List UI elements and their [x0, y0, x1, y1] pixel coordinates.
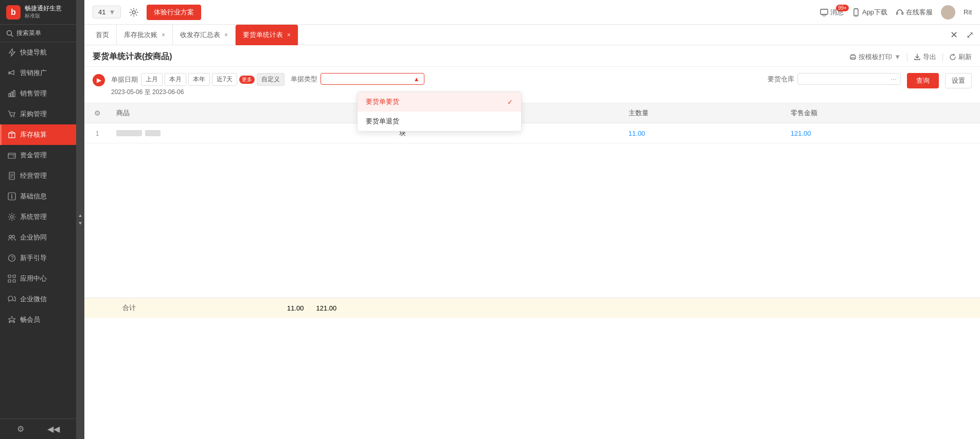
print-template-btn[interactable]: 按模板打印 ▼: [849, 52, 901, 62]
warehouse-dropdown[interactable]: ···: [797, 73, 901, 85]
top-header: 41 ▼ 体验行业方案 消息 99+: [84, 0, 980, 25]
sidebar-item-label: 快捷导航: [20, 48, 70, 57]
sidebar-item-marketing[interactable]: 营销推广: [0, 63, 76, 83]
sidebar-item-sales[interactable]: 销售管理: [0, 83, 76, 104]
svg-rect-35: [851, 58, 854, 59]
app-version: 标准版: [25, 12, 62, 20]
export-label: 导出: [923, 52, 936, 62]
sidebar-item-enterprise[interactable]: 企业协同: [0, 227, 76, 248]
tab-inventory-batch[interactable]: 库存批次账 ×: [117, 25, 173, 45]
table-settings-icon[interactable]: ⚙: [94, 109, 101, 117]
sidebar-item-basic[interactable]: 基础信息: [0, 186, 76, 207]
footer-amount: 121.00: [316, 304, 337, 312]
table-footer: 合计 11.00 121.00: [84, 298, 980, 318]
online-service-action[interactable]: 在线客服: [896, 8, 933, 17]
trial-button[interactable]: 体验行业方案: [147, 5, 201, 20]
close-icon[interactable]: ×: [162, 31, 165, 39]
date-this-month-btn[interactable]: 本月: [165, 73, 186, 86]
tab-home-label: 首页: [96, 30, 109, 40]
sidebar-item-finance[interactable]: 资金管理: [0, 145, 76, 166]
sidebar-item-appstore[interactable]: 应用中心: [0, 268, 76, 289]
store-selector[interactable]: 41 ▼: [93, 6, 121, 19]
messages-action[interactable]: 消息 99+: [820, 8, 844, 17]
date-more-badge[interactable]: 更多: [239, 76, 255, 84]
store-settings-icon[interactable]: [126, 5, 141, 20]
search-menu-label: 搜索菜单: [16, 29, 41, 38]
sidebar-item-inventory[interactable]: 库存核算: [0, 124, 76, 145]
close-icon[interactable]: ×: [224, 31, 228, 39]
tab-summary[interactable]: 收发存汇总表 ×: [173, 25, 236, 45]
dropdown-arrow-icon[interactable]: ▲: [414, 76, 420, 83]
sidebar-item-label: 畅会员: [20, 315, 70, 324]
tab-restore-icon[interactable]: ⤢: [964, 28, 976, 42]
guide-icon: ?: [8, 254, 16, 262]
wallet-icon: [8, 151, 16, 159]
messages-badge: 99+: [836, 5, 849, 11]
date-range-text: 2023-05-06 至 2023-06-06: [111, 88, 284, 97]
filter-expand-btn[interactable]: ▶: [93, 74, 105, 86]
footer-amount-cell: 121.00: [310, 304, 343, 312]
type-input[interactable]: [325, 75, 412, 83]
apps-icon: [8, 275, 16, 283]
settings-button[interactable]: 设置: [945, 73, 972, 88]
user-name: Rit: [964, 8, 972, 16]
date-custom-btn[interactable]: 自定义: [257, 73, 284, 86]
settings-footer-icon[interactable]: ⚙: [17, 424, 24, 434]
warehouse-filter-group: 要货仓库 ···: [768, 73, 901, 85]
row-quantity: 11.00: [622, 123, 785, 143]
date-7days-btn[interactable]: 近7天: [212, 73, 237, 86]
tab-requisition[interactable]: 要货单统计表 ×: [236, 25, 298, 45]
sidebar-item-system[interactable]: 系统管理: [0, 207, 76, 227]
date-last-month-btn[interactable]: 上月: [141, 73, 163, 86]
col-product: 商品: [110, 103, 393, 123]
date-buttons: 上月 本月 本年 近7天 更多 自定义: [141, 73, 284, 86]
sidebar-item-member[interactable]: 畅会员: [0, 309, 76, 330]
sidebar-item-label: 企业微信: [20, 295, 70, 304]
warehouse-more-icon[interactable]: ···: [890, 75, 896, 83]
chevron-down-icon: ▼: [109, 8, 115, 16]
footer-label-cell: 合计: [116, 303, 219, 313]
amount-link[interactable]: 121.00: [791, 130, 811, 137]
table-empty-space: [84, 143, 980, 298]
sidebar-item-shortcuts[interactable]: 快捷导航: [0, 42, 76, 63]
close-icon[interactable]: ×: [287, 31, 291, 39]
tab-label: 要货单统计表: [243, 30, 283, 40]
chevron-down-icon: ▼: [894, 53, 901, 61]
app-download-label: App下载: [862, 8, 887, 17]
member-icon: [8, 316, 16, 324]
dropdown-item-requisition[interactable]: 要货单要货: [358, 92, 521, 112]
box-icon: [8, 131, 16, 139]
app-logo: b 畅捷通好生意 标准版: [0, 0, 76, 25]
export-btn[interactable]: 导出: [914, 52, 936, 62]
sidebar-item-guide[interactable]: ? 新手引导: [0, 248, 76, 268]
date-filter-group: 单据日期 上月 本月 本年 近7天 更多 自定义 2023-05-06 至 20…: [111, 73, 284, 97]
tab-close-all-icon[interactable]: ✕: [948, 28, 960, 42]
cart-icon: [8, 110, 16, 118]
warehouse-input[interactable]: [802, 75, 888, 83]
svg-rect-33: [902, 12, 903, 14]
app-download-action[interactable]: App下载: [852, 8, 887, 17]
page-header: 要货单统计表(按商品) 按模板打印 ▼: [84, 45, 980, 67]
svg-rect-9: [8, 153, 15, 158]
sidebar-item-operations[interactable]: 经营管理: [0, 166, 76, 186]
sidebar-scroll[interactable]: [76, 0, 84, 439]
quantity-link[interactable]: 11.00: [629, 130, 646, 137]
refresh-label: 刷新: [958, 52, 972, 62]
query-button[interactable]: 查询: [907, 73, 939, 88]
dropdown-item-return[interactable]: 要货单退货: [358, 112, 521, 131]
svg-line-1: [11, 34, 13, 36]
date-filter-row: 单据日期 上月 本月 本年 近7天 更多 自定义: [111, 73, 284, 86]
type-dropdown[interactable]: ▲: [320, 73, 424, 85]
table-container: ⚙ 商品 主计量单位 主数量 零售金额 1: [84, 103, 980, 143]
user-avatar[interactable]: [941, 5, 955, 20]
sidebar-collapse-icon[interactable]: ◀◀: [47, 424, 60, 434]
tab-home[interactable]: 首页: [88, 25, 117, 45]
sidebar-item-wechat[interactable]: 企业微信: [0, 289, 76, 309]
lightning-icon: [8, 48, 16, 57]
date-this-year-btn[interactable]: 本年: [188, 73, 210, 86]
type-dropdown-menu: 要货单要货 要货单退货: [357, 92, 522, 132]
page-header-actions: 按模板打印 ▼ 导出 刷新: [849, 52, 972, 62]
sidebar-item-purchase[interactable]: 采购管理: [0, 104, 76, 124]
refresh-btn[interactable]: 刷新: [949, 52, 972, 62]
search-menu[interactable]: 搜索菜单: [0, 25, 76, 42]
